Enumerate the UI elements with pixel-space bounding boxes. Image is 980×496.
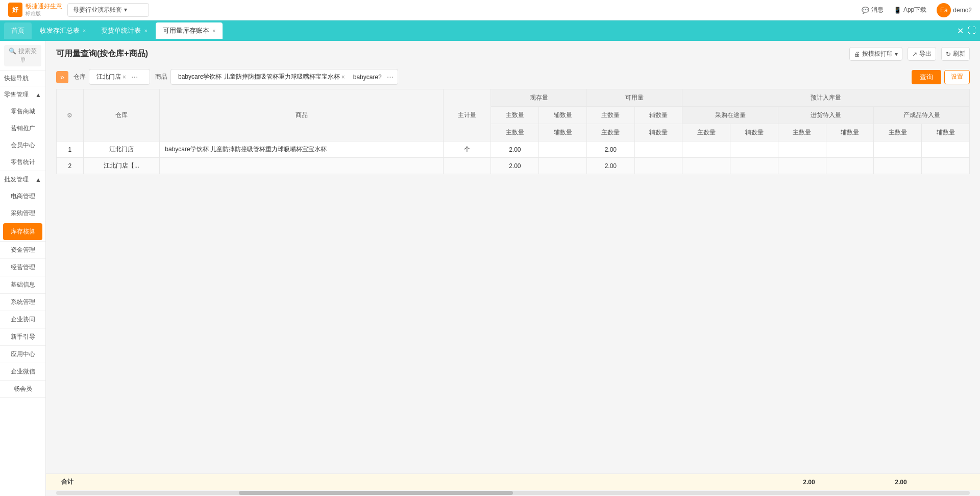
sidebar-search-btn[interactable]: 🔍 搜索菜单 (4, 45, 41, 66)
cell-product-pending-main (874, 141, 922, 158)
cell-purchase-transit-aux (730, 141, 778, 158)
product-dots[interactable]: ··· (387, 73, 394, 82)
sidebar-section-wholesale: 批发管理 ▲ 电商管理 采购管理 (0, 171, 45, 222)
cell-available-main: 2.00 (586, 141, 634, 158)
sidebar-section-retail-header[interactable]: 零售管理 ▲ (0, 86, 45, 103)
sidebar-item-enterprise-wechat[interactable]: 企业微信 (0, 363, 45, 380)
sidebar-item-finance[interactable]: 资金管理 (0, 242, 45, 258)
sidebar-item-member-center[interactable]: 会员中心 (0, 137, 45, 154)
product-input[interactable]: babycare学饮杯 儿童防摔防撞吸管杯重力球吸嘴杯宝宝水杯 × babyca… (170, 69, 398, 85)
product-tag-0: babycare学饮杯 儿童防摔防撞吸管杯重力球吸嘴杯宝宝水杯 × (175, 72, 348, 82)
nav-tabs: 首页 收发存汇总表 × 要货单统计表 × 可用量库存账本 × ✕ ⛶ (0, 20, 980, 41)
cell-row-num: 1 (57, 141, 84, 158)
cell-main-unit: 个 (443, 141, 491, 158)
sidebar-item-marketing[interactable]: 营销推广 (0, 120, 45, 137)
sidebar-section-enterprise-collab: 企业协同 (0, 311, 45, 328)
sidebar-section-retail-label: 零售管理 (4, 90, 29, 99)
wholesale-expand-icon: ▲ (35, 176, 41, 183)
th-expected-inbound-group: 预计入库量 (682, 89, 970, 107)
th-settings[interactable]: ⚙ (57, 89, 84, 141)
template-print-icon: 🖨 (854, 51, 860, 58)
sidebar-item-enterprise-collab[interactable]: 企业协同 (0, 311, 45, 328)
sidebar-item-inventory[interactable]: 库存核算 (3, 223, 42, 240)
sidebar-item-basic[interactable]: 基础信息 (0, 276, 45, 293)
cell-product-pending-aux (922, 158, 970, 174)
page-header: 可用量查询(按仓库+商品) 🖨 按模板打印 ▾ ↗ 导出 ↻ 刷新 (46, 41, 980, 65)
sidebar-item-app-center[interactable]: 应用中心 (0, 346, 45, 363)
sidebar-item-vip-member[interactable]: 畅会员 (0, 381, 45, 397)
refresh-btn[interactable]: ↻ 刷新 (941, 47, 970, 61)
th-current-stock-group: 现存量 (491, 89, 586, 107)
tab-order-stats[interactable]: 要货单统计表 × (94, 22, 154, 39)
warehouse-tag-close[interactable]: × (122, 74, 126, 81)
footer-current-aux (832, 479, 878, 486)
org-selector-chevron: ▾ (124, 6, 127, 13)
sidebar-item-purchase[interactable]: 采购管理 (0, 205, 45, 222)
product-tag-0-close[interactable]: × (341, 74, 345, 81)
expand-filter-btn[interactable]: » (56, 71, 68, 83)
settings-col-icon[interactable]: ⚙ (67, 112, 72, 119)
refresh-icon: ↻ (946, 51, 951, 58)
th-pp-aux: 辅数量 (922, 124, 970, 141)
logo-text: 畅捷通好生意 (26, 3, 62, 10)
sidebar-item-new-guide[interactable]: 新手引导 (0, 328, 45, 345)
cell-current-main: 2.00 (491, 141, 539, 158)
cell-inbound-pending-main (778, 141, 826, 158)
warehouse-input[interactable]: 江北门店 × ··· (89, 69, 150, 85)
sidebar-item-operation[interactable]: 经营管理 (0, 259, 45, 276)
app-download-btn[interactable]: 📱 App下载 (894, 6, 926, 14)
cell-current-aux (539, 158, 587, 174)
close-all-tabs-icon[interactable]: ✕ (957, 26, 964, 36)
page-title: 可用量查询(按仓库+商品) (56, 49, 148, 59)
sidebar-item-ecommerce[interactable]: 电商管理 (0, 188, 45, 205)
table-row: 1 江北门店 babycare学饮杯 儿童防摔防撞吸管杯重力球吸嘴杯宝宝水杯 个… (57, 141, 970, 158)
sidebar-item-retail-mall[interactable]: 零售商城 (0, 103, 45, 120)
tab-home-label: 首页 (11, 26, 24, 35)
tab-receive-send-close[interactable]: × (83, 28, 86, 34)
message-btn[interactable]: 💬 消息 (862, 6, 884, 14)
th-av-aux: 辅数量 (634, 124, 682, 141)
footer-available-main: 2.00 (878, 479, 924, 486)
main-layout: 🔍 搜索菜单 快捷导航 零售管理 ▲ 零售商城 营销推广 会员中心 零售统计 批… (0, 41, 980, 496)
query-btn[interactable]: 查询 (912, 70, 941, 84)
export-btn[interactable]: ↗ 导出 (908, 47, 936, 61)
fullscreen-icon[interactable]: ⛶ (968, 26, 976, 35)
sidebar-quick-nav[interactable]: 快捷导航 (0, 71, 45, 86)
settings-btn[interactable]: 设置 (944, 70, 970, 84)
scroll-area (46, 490, 980, 496)
retail-expand-icon: ▲ (35, 91, 41, 99)
data-table: ⚙ 仓库 商品 主计量 现存量 (56, 89, 970, 174)
th-av-main: 主数量 (586, 124, 634, 141)
sidebar-section-wholesale-header[interactable]: 批发管理 ▲ (0, 171, 45, 188)
warehouse-label: 仓库 (74, 73, 86, 81)
nav-tab-end: ✕ ⛶ (957, 26, 976, 36)
footer-current-main: 2.00 (786, 479, 832, 486)
sidebar-item-system[interactable]: 系统管理 (0, 294, 45, 311)
th-available-aux-qty: 辅数量 (634, 107, 682, 124)
tab-available-stock[interactable]: 可用量库存账本 × (156, 22, 223, 39)
sidebar-item-retail-stats[interactable]: 零售统计 (0, 154, 45, 171)
cell-purchase-transit-main (682, 158, 730, 174)
th-purchase-transit-group: 采购在途量 (682, 107, 778, 124)
template-print-btn[interactable]: 🖨 按模板打印 ▾ (849, 47, 902, 61)
tab-available-stock-close[interactable]: × (212, 28, 215, 34)
footer-total-label: 合计 (56, 478, 74, 486)
app-download-label: App下载 (903, 6, 926, 14)
cell-warehouse: 江北门店【... (83, 158, 160, 174)
tab-receive-send-label: 收发存汇总表 (40, 26, 80, 35)
tab-order-stats-close[interactable]: × (144, 28, 147, 34)
filter-area: » 仓库 江北门店 × ··· 商品 babycare学饮杯 儿童防摔防撞吸管杯… (46, 65, 980, 89)
tab-home[interactable]: 首页 (4, 22, 32, 39)
user-area[interactable]: Ea demo2 (937, 3, 972, 17)
message-icon: 💬 (862, 7, 869, 14)
warehouse-dots[interactable]: ··· (131, 73, 138, 82)
message-label: 消息 (871, 6, 884, 14)
scroll-thumb[interactable] (239, 491, 513, 495)
table-wrapper: ⚙ 仓库 商品 主计量 现存量 (46, 89, 980, 474)
tab-receive-send[interactable]: 收发存汇总表 × (33, 22, 93, 39)
app-download-icon: 📱 (894, 7, 901, 14)
sidebar-section-wholesale-label: 批发管理 (4, 175, 29, 184)
th-pt-main: 主数量 (682, 124, 730, 141)
cell-inbound-pending-main (778, 158, 826, 174)
org-selector[interactable]: 母婴行业演示账套 ▾ (67, 3, 149, 17)
